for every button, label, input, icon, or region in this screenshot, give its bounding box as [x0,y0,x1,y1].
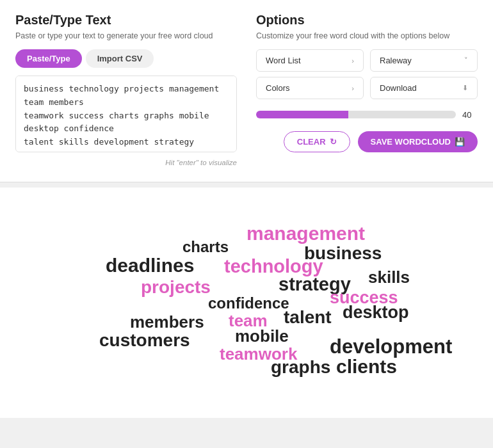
tab-csv[interactable]: Import CSV [86,49,154,68]
text-input[interactable] [15,76,237,152]
left-section: Paste/Type Text Paste or type your text … [15,13,237,166]
font-cell[interactable]: Raleway ˅ [370,49,478,72]
save-label: SAVE WORDCLOUD [371,137,451,147]
download-cell[interactable]: Download ⬇ [370,77,478,99]
wordcloud-word: mobile [235,326,289,346]
options-subtitle: Customize your free word cloud with the … [256,31,478,40]
wordcloud-word: customers [99,330,190,351]
tab-group: Paste/Type Import CSV [15,49,237,68]
options-title: Options [256,13,478,28]
wordcloud-word: management [247,223,365,244]
word-list-cell[interactable]: Word List › [256,49,364,72]
slider-row: 40 [256,107,478,122]
refresh-icon: ↻ [330,137,337,147]
hint-text: Hit "enter" to visualize [15,159,237,166]
wordcloud-word: deadlines [106,255,194,276]
option-row-2: Colors › Download ⬇ [256,77,478,99]
slider-track [256,111,456,118]
right-section: Options Customize your free word cloud w… [256,13,478,166]
download-label: Download [380,83,417,93]
colors-label: Colors [266,83,290,93]
wordcloud-word: skills [368,268,410,287]
word-list-arrow: › [352,57,354,65]
action-row: CLEAR ↻ SAVE WORDCLOUD 💾 [256,131,478,152]
font-arrow: ˅ [464,56,468,65]
slider-container[interactable] [256,107,456,122]
wordcloud-word: charts [182,238,229,256]
tab-paste[interactable]: Paste/Type [15,49,82,68]
wordcloud-word: confidence [208,294,289,312]
wordcloud-word: clients [336,356,397,378]
wordcloud-word: talent [284,307,332,328]
paste-subtitle: Paste or type your text to generate your… [15,31,237,40]
option-row-1: Word List › Raleway ˅ [256,49,478,72]
slider-value: 40 [462,110,478,120]
colors-cell[interactable]: Colors › [256,77,364,99]
word-list-label: Word List [266,56,301,65]
paste-title: Paste/Type Text [15,13,237,28]
save-wordcloud-button[interactable]: SAVE WORDCLOUD 💾 [358,131,478,152]
wordcloud-word: graphs [271,357,330,378]
clear-label: CLEAR [297,137,326,147]
wordcloud-inner: managementbusinesschartsdeadlinestechnol… [48,210,445,396]
wordcloud-word: members [130,312,204,332]
clear-button[interactable]: CLEAR ↻ [284,131,350,152]
colors-arrow: › [352,84,354,92]
options-grid: Word List › Raleway ˅ Colors › Download … [256,49,478,122]
save-icon: 💾 [455,137,465,147]
wordcloud-word: projects [141,277,211,298]
wordcloud-area: managementbusinesschartsdeadlinestechnol… [0,188,493,418]
download-icon: ⬇ [462,84,468,92]
wordcloud-word: development [330,335,452,358]
wordcloud-word: desktop [343,303,409,323]
font-label: Raleway [380,56,412,65]
